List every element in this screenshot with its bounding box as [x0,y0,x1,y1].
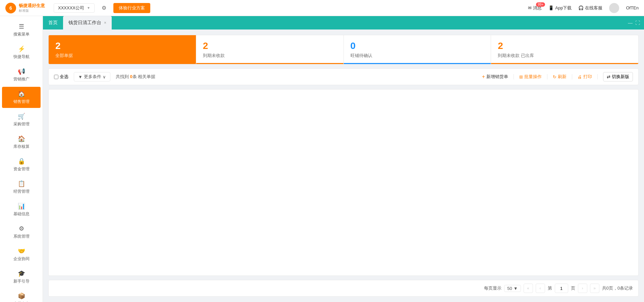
purchase-icon: 🛒 [18,113,25,120]
plus-icon: + [482,74,485,80]
batch-ops-btn[interactable]: ⊞ 批量操作 [519,74,542,80]
operations-icon: 📋 [18,180,25,187]
gear-icon: ⚙ [102,5,106,11]
refresh-label: 刷新 [558,74,567,80]
marketing-icon: 📢 [18,68,25,75]
message-icon: ✉ [528,5,532,10]
more-conditions-label: 更多条件 [84,74,101,80]
sidebar-item-inventory[interactable]: 🏠 库存核算 [2,132,41,153]
more-conditions-btn[interactable]: ▼ 更多条件 ∨ [74,72,110,81]
service-icon: 🎧 [578,5,584,10]
user-avatar-btn[interactable] [609,3,619,13]
print-btn[interactable]: 🖨 打印 [578,74,592,80]
sidebar-item-purchase[interactable]: 🛒 采购管理 [2,109,41,130]
chevron-down-icon: ∨ [103,74,106,79]
tab-close-icon[interactable]: × [104,20,106,25]
sidebar-label-guide: 新手引导 [13,279,30,284]
finance-icon: 🔒 [18,158,25,165]
select-all-input[interactable] [54,75,58,79]
content-area: 首页 钱货日清工作台 × — ⛶ 2 全部单据 2 [43,16,644,302]
stat-num-all: 2 [55,41,189,51]
active-tab-label: 钱货日清工作台 [68,20,101,26]
sidebar-item-sales[interactable]: 🏠 销售管理 [2,87,41,108]
divider4 [597,74,598,79]
messages-badge: 99+ [536,2,545,7]
sidebar-item-operations[interactable]: 📋 经营管理 [2,177,41,198]
stat-card-wangpu[interactable]: 0 旺铺待确认 [344,35,491,64]
sidebar-item-basic-info[interactable]: 📊 基础信息 [2,199,41,220]
logo-icon: 6 [5,3,16,13]
stat-card-shipped[interactable]: 2 到期未收款 已出库 [491,35,638,64]
sidebar-item-finance[interactable]: 🔒 资金管理 [2,154,41,175]
system-icon: ⚙ [19,225,24,232]
switch-new-label: 切换新版 [612,74,629,80]
select-all-checkbox[interactable]: 全选 [54,74,68,80]
table-area [48,89,639,276]
stat-card-all[interactable]: 2 全部单据 [49,35,196,64]
tab-work-bench[interactable]: 钱货日清工作台 × [63,16,112,29]
batch-icon: ⊞ [519,74,523,79]
stats-row: 2 全部单据 2 到期未收款 0 旺铺待确认 2 到期未收款 已出库 [48,35,639,64]
sidebar-label-finance: 资金管理 [13,166,30,172]
main-layout: ☰ 搜索菜单 ⚡ 快捷导航 📢 营销推广 🏠 销售管理 🛒 采购管理 🏠 库存核… [0,16,644,302]
app-center-icon: 📦 [18,292,25,300]
sidebar-item-guide[interactable]: 🎓 新手引导 [2,266,41,288]
sidebar-label-search-menu: 搜索菜单 [13,32,30,37]
tab-minimize-icon[interactable]: — [628,20,633,25]
sidebar-label-marketing: 营销推广 [13,76,30,82]
found-text: 共找到 0条 相关单据 [116,74,155,80]
filter-bar: 全选 ▼ 更多条件 ∨ 共找到 0条 相关单据 + 新增销货单 [48,68,639,85]
basic-info-icon: 📊 [18,202,25,210]
avatar [609,3,619,13]
prev-page-btn[interactable]: ‹ [536,284,545,293]
stat-num-overdue: 2 [203,41,337,51]
top-header: 6 畅捷通好生意 标准版 XXXXXX公司 ▼ ⚙ 体验行业方案 ✉ 消息 99… [0,0,644,16]
online-service-btn[interactable]: 🎧 在线客服 [578,5,602,11]
sales-icon: 🏠 [18,90,25,98]
sidebar-item-app-center[interactable]: 📦 应用中心 [2,289,41,302]
search-menu-icon: ☰ [19,23,24,30]
messages-btn[interactable]: ✉ 消息 99+ [528,5,542,11]
last-page-btn[interactable]: » [590,284,599,293]
pagination-bar: 每页显示 50 ▼ « ‹ 第 页 › » [48,280,639,297]
per-page-value: 50 [507,286,512,291]
inventory-icon: 🏠 [18,135,25,142]
first-page-btn[interactable]: « [524,284,533,293]
sidebar-item-marketing[interactable]: 📢 营销推广 [2,64,41,85]
tab-home[interactable]: 首页 [43,16,63,29]
sidebar-item-search-menu[interactable]: ☰ 搜索菜单 [2,19,41,41]
last-page-icon: » [593,286,596,291]
tab-bar-right: — ⛶ [628,20,644,25]
user-name: OfTEn [626,5,639,10]
filter-icon: ▼ [78,74,83,79]
guide-icon: 🎓 [18,270,25,277]
settings-icon-btn[interactable]: ⚙ [99,3,109,13]
tab-expand-icon[interactable]: ⛶ [635,20,640,25]
found-count: 0 [130,74,132,79]
new-sales-btn[interactable]: + 新增销货单 [482,74,508,80]
print-icon: 🖨 [578,74,582,79]
stat-num-shipped: 2 [498,41,632,51]
next-page-icon: › [582,286,583,291]
page-number-input[interactable] [555,284,568,293]
stat-label-overdue: 到期未收款 [203,53,337,59]
sidebar-item-enterprise[interactable]: 🤝 企业协同 [2,244,41,265]
per-page-label: 每页显示 [484,285,501,291]
divider2 [547,74,547,79]
switch-new-btn[interactable]: ⇄ 切换新版 [603,72,633,81]
app-download-btn[interactable]: 📱 App下载 [548,5,572,11]
prev-page-icon: ‹ [540,286,541,291]
user-name-btn[interactable]: OfTEn [626,5,639,10]
logo-text: 畅捷通好生意 标准版 [19,3,45,13]
company-selector[interactable]: XXXXXX公司 ▼ [54,3,95,13]
per-page-select[interactable]: 50 ▼ [504,285,521,292]
print-label: 打印 [583,74,592,80]
sidebar-item-quick-nav[interactable]: ⚡ 快捷导航 [2,42,41,63]
next-page-btn[interactable]: › [578,284,587,293]
trial-button[interactable]: 体验行业方案 [113,3,150,13]
sidebar-item-system[interactable]: ⚙ 系统管理 [2,222,41,243]
refresh-btn[interactable]: ↻ 刷新 [553,74,567,80]
stat-label-shipped: 到期未收款 已出库 [498,53,632,59]
stat-card-overdue[interactable]: 2 到期未收款 [196,35,344,64]
filter-bar-right: + 新增销货单 ⊞ 批量操作 ↻ 刷新 🖨 [482,72,633,81]
